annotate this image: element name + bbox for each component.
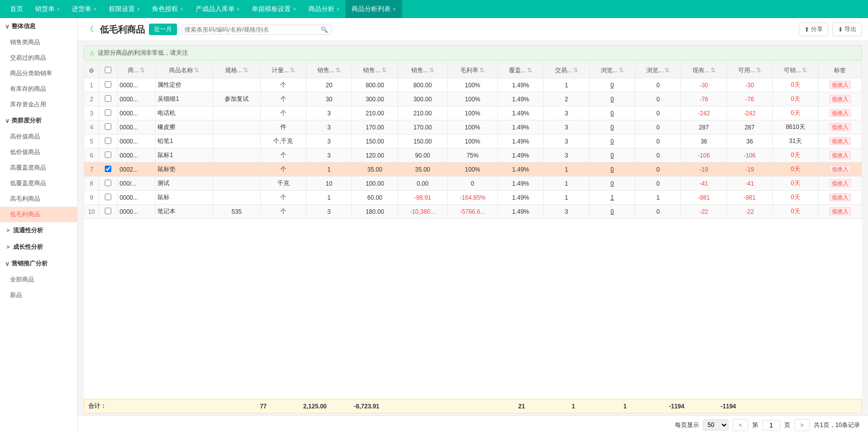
td-view1[interactable]: 0 — [589, 177, 635, 191]
td-checkbox[interactable] — [99, 92, 118, 106]
sidebar-item-low-profit[interactable]: 低毛利商品 — [0, 207, 77, 222]
date-filter-button[interactable]: 近一月 — [149, 24, 177, 35]
row-checkbox[interactable] — [105, 123, 111, 130]
sidebar-item-all-products[interactable]: 全部商品 — [0, 272, 77, 287]
sidebar-group-overall-title[interactable]: ∨ 整体信息 — [0, 18, 77, 35]
nav-close-product-warehouse[interactable]: × — [237, 6, 240, 12]
td-checkbox[interactable] — [99, 149, 118, 163]
row-checkbox[interactable] — [105, 152, 111, 158]
nav-role-auth[interactable]: 角色授权 × — [146, 0, 189, 18]
sidebar-item-category-rate[interactable]: 商品分类助销率 — [0, 66, 77, 81]
th-transaction[interactable]: 交易...⇅ — [544, 63, 589, 78]
td-view1[interactable]: 0 — [589, 205, 635, 219]
row-checkbox[interactable] — [105, 81, 111, 88]
td-checkbox[interactable] — [99, 120, 118, 134]
sidebar-group-circulation-title[interactable]: ＞ 流通性分析 — [0, 222, 77, 239]
sidebar-item-traded-products[interactable]: 交易过的商品 — [0, 50, 77, 66]
nav-template-settings[interactable]: 单据模板设置 × — [246, 0, 302, 18]
th-saleable[interactable]: 可销...⇅ — [773, 63, 818, 78]
th-checkbox[interactable] — [99, 63, 118, 78]
sidebar-group-growth-title[interactable]: ＞ 成长性分析 — [0, 239, 77, 255]
footer-view2: 1 — [599, 403, 651, 410]
sidebar-item-high-coverage[interactable]: 高覆盖度商品 — [0, 160, 77, 176]
row-checkbox[interactable] — [105, 109, 111, 116]
th-settings[interactable]: ⚙ — [84, 63, 99, 78]
sidebar-group-cluster-title[interactable]: ∨ 类群度分析 — [0, 112, 77, 129]
td-checkbox[interactable] — [99, 177, 118, 191]
td-view1[interactable]: 0 — [589, 149, 635, 163]
th-sales-amount[interactable]: 销售...⇅ — [398, 63, 447, 78]
td-checkbox[interactable] — [99, 163, 118, 177]
nav-close-permission[interactable]: × — [137, 6, 140, 12]
td-checkbox[interactable] — [99, 78, 118, 92]
sidebar-item-stock-products[interactable]: 有库存的商品 — [0, 81, 77, 97]
td-tag: 低收入 — [818, 106, 862, 120]
sidebar-item-sales-products[interactable]: 销售类商品 — [0, 35, 77, 50]
nav-product-analysis[interactable]: 商品分析 × — [302, 0, 345, 18]
nav-product-analysis-list[interactable]: 商品分析列表 × — [345, 0, 402, 18]
nav-close-purchase-order[interactable]: × — [93, 6, 96, 12]
td-checkbox[interactable] — [99, 205, 118, 219]
nav-close-template-settings[interactable]: × — [293, 6, 296, 12]
search-input[interactable] — [185, 26, 318, 33]
table-row: 7 0002... 鼠标垫 个 1 35.00 35.00 100% 1.49%… — [84, 163, 862, 177]
td-view1[interactable]: 0 — [589, 92, 635, 106]
td-view1[interactable]: 1 — [589, 191, 635, 205]
data-table-container[interactable]: ⚙ 商...⇅ 商品名称⇅ 规格...⇅ 计量...⇅ 销售...⇅ 销售...… — [84, 63, 862, 399]
sidebar-item-new-products[interactable]: 新品 — [0, 287, 77, 303]
th-view2[interactable]: 浏览...⇅ — [635, 63, 681, 78]
sidebar-item-stock-capital[interactable]: 库存资金占用 — [0, 97, 77, 112]
nav-product-warehouse[interactable]: 产成品入库单 × — [190, 0, 246, 18]
nav-home[interactable]: 首页 — [4, 0, 29, 18]
row-checkbox[interactable] — [105, 208, 111, 214]
row-checkbox[interactable] — [105, 166, 111, 172]
td-view1[interactable]: 0 — [589, 120, 635, 134]
nav-permission[interactable]: 权限设置 × — [103, 0, 146, 18]
td-view2: 0 — [635, 120, 681, 134]
th-sales-price[interactable]: 销售...⇅ — [352, 63, 398, 78]
sidebar-collapse-button[interactable]: 《 — [84, 22, 96, 37]
sidebar-group-marketing-title[interactable]: ∨ 营销推广分析 — [0, 255, 77, 272]
th-sales-qty[interactable]: 销售...⇅ — [306, 63, 352, 78]
prev-page-button[interactable]: ＜ — [733, 419, 748, 431]
sidebar-item-high-value[interactable]: 高价值商品 — [0, 129, 77, 144]
row-checkbox[interactable] — [105, 180, 111, 186]
row-checkbox[interactable] — [105, 137, 111, 144]
nav-sales-order[interactable]: 销货单 × — [29, 0, 66, 18]
th-view1[interactable]: 浏览...⇅ — [589, 63, 635, 78]
th-spec[interactable]: 规格...⇅ — [213, 63, 261, 78]
td-checkbox[interactable] — [99, 191, 118, 205]
nav-close-sales-order[interactable]: × — [57, 6, 60, 12]
td-code: 0000... — [117, 78, 155, 92]
th-name[interactable]: 商品名称⇅ — [155, 63, 213, 78]
row-checkbox[interactable] — [105, 194, 111, 200]
next-page-button[interactable]: ＞ — [794, 419, 810, 431]
th-tag[interactable]: 标签 — [818, 63, 862, 78]
share-button[interactable]: ⬆ 分享 — [799, 23, 828, 36]
nav-close-product-analysis-list[interactable]: × — [393, 6, 396, 12]
per-page-select[interactable]: 50 100 200 — [703, 419, 729, 430]
td-view1[interactable]: 0 — [589, 78, 635, 92]
td-checkbox[interactable] — [99, 106, 118, 120]
td-view1[interactable]: 0 — [589, 163, 635, 177]
td-view1[interactable]: 0 — [589, 134, 635, 149]
th-code[interactable]: 商...⇅ — [117, 63, 155, 78]
sidebar-item-low-coverage[interactable]: 低覆盖度商品 — [0, 176, 77, 191]
th-gross-rate[interactable]: 毛利率⇅ — [447, 63, 497, 78]
th-current[interactable]: 现有...⇅ — [681, 63, 727, 78]
th-unit[interactable]: 计量...⇅ — [260, 63, 306, 78]
search-icon[interactable]: 🔍 — [320, 26, 328, 33]
row-checkbox[interactable] — [105, 95, 111, 102]
sidebar-item-high-profit[interactable]: 高毛利商品 — [0, 191, 77, 207]
nav-close-role-auth[interactable]: × — [180, 6, 183, 12]
nav-close-product-analysis[interactable]: × — [336, 6, 339, 12]
export-button[interactable]: ⬇ 导出 — [832, 23, 862, 36]
select-all-checkbox[interactable] — [105, 67, 111, 73]
th-available[interactable]: 可用...⇅ — [727, 63, 772, 78]
td-view1[interactable]: 0 — [589, 106, 635, 120]
td-checkbox[interactable] — [99, 134, 118, 149]
page-number-input[interactable] — [762, 420, 780, 430]
sidebar-item-low-value[interactable]: 低价值商品 — [0, 144, 77, 160]
th-coverage[interactable]: 覆盖...⇅ — [498, 63, 544, 78]
nav-purchase-order[interactable]: 进货单 × — [66, 0, 102, 18]
